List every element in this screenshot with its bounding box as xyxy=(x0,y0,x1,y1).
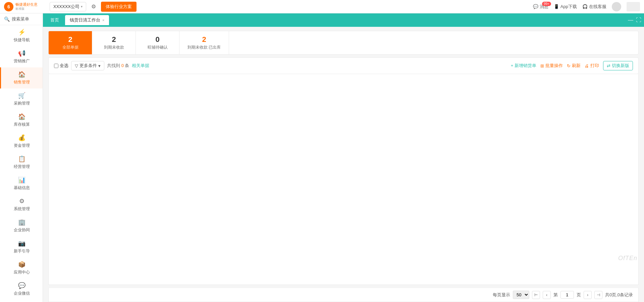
first-page-button[interactable]: ⊢ xyxy=(532,291,540,299)
toolbar-right: + 新增销货单 ⊞ 批量操作 ↻ 刷新 🖨 打印 ⇄ xyxy=(511,61,633,70)
sidebar-item-guide[interactable]: 📷 新手引导 xyxy=(0,236,43,257)
tab-close-icon[interactable]: × xyxy=(102,18,104,22)
prev-page-button[interactable]: ‹ xyxy=(543,291,551,299)
main-layout: 🔍 搜索菜单 ⚡ 快捷导航 📢 营销推广 🏠 销售管理 🛒 采购管理 🏠 库存核… xyxy=(0,13,644,302)
finance-icon: 💰 xyxy=(18,134,25,141)
marketing-icon: 📢 xyxy=(18,50,25,57)
tab-active[interactable]: 钱货日清工作台 × xyxy=(65,15,109,25)
user-name-area[interactable] xyxy=(627,2,640,11)
headset-icon: 🎧 xyxy=(582,4,588,9)
stat-label-overdue: 到期未收款 xyxy=(100,45,127,50)
sidebar-item-member[interactable]: 🔽 畅会员 xyxy=(0,300,43,302)
print-button[interactable]: 🖨 打印 xyxy=(585,63,599,69)
company-selector[interactable]: XXXXXX公司 ▾ xyxy=(50,2,86,11)
app-download-button[interactable]: 📱 App下载 xyxy=(554,4,577,10)
next-page-button[interactable]: › xyxy=(584,291,592,299)
sidebar-label-purchase: 采购管理 xyxy=(14,101,30,106)
total-records-label: 共0页,0条记录 xyxy=(605,292,633,298)
filter-button[interactable]: ▽ 更多条件 ▾ xyxy=(71,61,104,70)
sidebar-label-sales: 销售管理 xyxy=(14,79,30,85)
stat-count-overdue-out: 2 xyxy=(187,35,221,44)
wechat-icon: 💬 xyxy=(18,282,25,289)
sidebar-item-app-center[interactable]: 📦 应用中心 xyxy=(0,257,43,279)
message-badge: 99+ xyxy=(542,2,551,6)
logo-text-area: 畅捷通好生意 标准版 xyxy=(15,2,38,11)
basic-info-icon: 📊 xyxy=(18,176,25,184)
select-all-input[interactable] xyxy=(54,64,58,68)
sidebar-label-enterprise: 企业协同 xyxy=(14,227,30,233)
settings-button[interactable]: ⚙ xyxy=(89,2,98,11)
search-menu-label: 搜索菜单 xyxy=(12,16,29,22)
logo-badge: 标准版 xyxy=(15,7,38,11)
top-bar-right: 💬 消息 99+ 📱 App下载 🎧 在线客服 xyxy=(533,2,640,11)
refresh-button[interactable]: ↻ 刷新 xyxy=(567,63,581,69)
app-center-icon: 📦 xyxy=(18,261,25,268)
sidebar-item-quick-nav[interactable]: ⚡ 快捷导航 xyxy=(0,25,43,46)
found-text: 共找到 0 条 xyxy=(107,63,129,69)
sidebar-label-marketing: 营销推广 xyxy=(14,58,30,64)
table-area xyxy=(48,74,639,285)
batch-operation-button[interactable]: ⊞ 批量操作 xyxy=(540,63,563,69)
related-orders-button[interactable]: 相关单据 xyxy=(132,63,149,69)
online-service-button[interactable]: 🎧 在线客服 xyxy=(582,4,606,10)
print-label: 打印 xyxy=(590,63,599,69)
page-label-2: 页 xyxy=(577,292,581,298)
last-page-button[interactable]: ⊣ xyxy=(594,291,602,299)
new-sales-order-button[interactable]: + 新增销货单 xyxy=(511,63,536,69)
company-name: XXXXXX公司 xyxy=(53,4,79,10)
sidebar-item-basic-info[interactable]: 📊 基础信息 xyxy=(0,173,43,194)
stat-tab-pending[interactable]: 0 旺辅待确认 xyxy=(136,31,179,54)
top-bar-left: 6 畅捷通好生意 标准版 XXXXXX公司 ▾ ⚙ 体验行业方案 xyxy=(4,2,137,12)
select-all-checkbox[interactable]: 全选 xyxy=(54,63,68,69)
operations-icon: 📋 xyxy=(18,155,25,163)
tab-home[interactable]: 首页 xyxy=(46,15,64,25)
logo-area: 6 畅捷通好生意 标准版 xyxy=(4,2,47,11)
sidebar-label-guide: 新手引导 xyxy=(14,248,30,254)
toolbar: 全选 ▽ 更多条件 ▾ 共找到 0 条 相关单据 + 新增销货单 ⊞ xyxy=(48,57,639,74)
sidebar-item-system[interactable]: ⚙ 系统管理 xyxy=(0,194,43,215)
system-icon: ⚙ xyxy=(19,197,24,205)
avatar[interactable] xyxy=(612,2,621,11)
sidebar-item-finance[interactable]: 💰 资金管理 xyxy=(0,131,43,152)
sidebar-item-operations[interactable]: 📋 经营管理 xyxy=(0,152,43,173)
sidebar-item-enterprise[interactable]: 🏢 企业协同 xyxy=(0,215,43,236)
sidebar-item-marketing[interactable]: 📢 营销推广 xyxy=(0,46,43,67)
page-size-select[interactable]: 50 xyxy=(513,291,529,299)
inventory-icon: 🏠 xyxy=(18,113,25,120)
app-download-label: App下载 xyxy=(560,4,577,10)
switch-label: 切换新版 xyxy=(612,63,629,69)
search-icon: 🔍 xyxy=(4,16,10,22)
tab-minimize-icon[interactable]: — xyxy=(628,17,633,23)
page-label: 第 xyxy=(553,292,558,298)
purchase-icon: 🛒 xyxy=(18,92,25,99)
logo-text: 畅捷通好生意 xyxy=(15,2,38,7)
message-icon: 💬 xyxy=(533,4,538,9)
sidebar-label-quick-nav: 快捷导航 xyxy=(14,37,30,43)
try-industry-button[interactable]: 体验行业方案 xyxy=(101,2,137,12)
search-menu-item[interactable]: 🔍 搜索菜单 xyxy=(0,13,43,25)
switch-version-button[interactable]: ⇄ 切换新版 xyxy=(603,61,633,70)
message-button[interactable]: 💬 消息 99+ xyxy=(533,4,548,10)
content-area: 首页 钱货日清工作台 × — ⛶ 2 全部单据 2 到期未收款 xyxy=(43,13,644,302)
tab-active-label: 钱货日清工作台 xyxy=(70,17,100,23)
stat-tab-all[interactable]: 2 全部单据 xyxy=(49,31,92,54)
stat-label-overdue-out: 到期未收款 已出库 xyxy=(187,45,221,50)
sidebar-item-wechat[interactable]: 💬 企业微信 xyxy=(0,279,43,300)
tab-bar-actions: — ⛶ xyxy=(628,17,641,23)
stat-tab-overdue-out[interactable]: 2 到期未收款 已出库 xyxy=(179,31,229,54)
sidebar-label-inventory: 库存核算 xyxy=(14,122,30,127)
page-number-input[interactable] xyxy=(560,291,574,299)
batch-label: 批量操作 xyxy=(545,63,563,69)
found-prefix: 共找到 xyxy=(107,63,120,68)
sidebar-item-sales[interactable]: 🏠 销售管理 xyxy=(0,67,43,88)
tab-bar: 首页 钱货日清工作台 × — ⛶ xyxy=(43,13,644,27)
stat-tab-overdue[interactable]: 2 到期未收款 xyxy=(92,31,136,54)
sidebar-item-inventory[interactable]: 🏠 库存核算 xyxy=(0,110,43,131)
stat-count-pending: 0 xyxy=(144,35,171,44)
tab-maximize-icon[interactable]: ⛶ xyxy=(636,17,641,23)
stats-tabs: 2 全部单据 2 到期未收款 0 旺辅待确认 2 到期未收款 已出库 xyxy=(48,31,639,55)
sidebar-item-purchase[interactable]: 🛒 采购管理 xyxy=(0,88,43,110)
sidebar-label-operations: 经营管理 xyxy=(14,164,30,170)
select-all-label: 全选 xyxy=(60,63,68,69)
sidebar: 🔍 搜索菜单 ⚡ 快捷导航 📢 营销推广 🏠 销售管理 🛒 采购管理 🏠 库存核… xyxy=(0,13,43,302)
